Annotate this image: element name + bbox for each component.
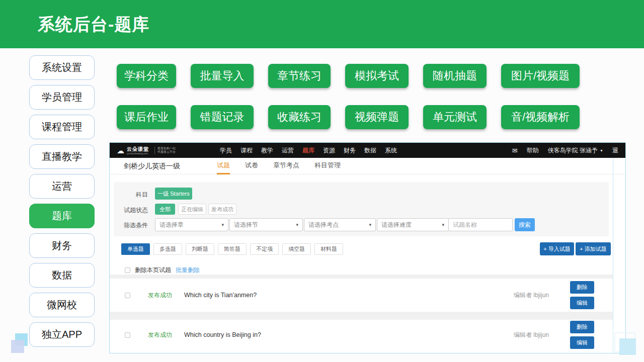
point-select[interactable]: 请选择考点 ▾ — [304, 218, 376, 231]
nav-resources[interactable]: 资源 — [323, 146, 335, 155]
sidebar-item-course-management[interactable]: 课程管理 — [29, 115, 95, 139]
question-row: 发布成功 Which city is Tian'anmen? 编辑者 lbjij… — [110, 279, 613, 312]
status-published-button[interactable]: 发布成功 — [208, 204, 236, 215]
sidebar-item-operations[interactable]: 运营 — [29, 174, 95, 199]
sidebar-item-live-teaching[interactable]: 直播教学 — [29, 144, 95, 169]
chapter-select[interactable]: 请选择章 ▾ — [155, 218, 228, 231]
feature-random-draw[interactable]: 随机抽题 — [423, 64, 487, 88]
row-checkbox[interactable] — [125, 293, 130, 298]
page-header: 系统后台-题库 — [0, 0, 644, 48]
tab-papers[interactable]: 试卷 — [245, 158, 258, 174]
question-row: 发布成功 Which country is Beijing in? 编辑者 lb… — [110, 320, 613, 350]
admin-nav-menu: 学员 课程 教学 运营 题库 资源 财务 数据 系统 — [220, 146, 397, 155]
delete-button[interactable]: 删除 — [570, 321, 594, 333]
status-all-button[interactable]: 全部 — [155, 204, 175, 215]
search-button[interactable]: 搜索 — [515, 218, 535, 231]
sidebar-item-question-bank[interactable]: 题库 — [29, 204, 95, 228]
logout-link[interactable]: 退 — [612, 146, 618, 155]
batch-delete-link[interactable]: 批量删除 — [176, 266, 200, 275]
feature-batch-import[interactable]: 批量导入 — [191, 64, 254, 88]
type-single-choice[interactable]: 单选题 — [121, 243, 150, 255]
type-indefinite[interactable]: 不定项 — [250, 243, 279, 255]
account-menu[interactable]: 侠客岛学院 张涵予 ▼ — [548, 146, 603, 155]
difficulty-select[interactable]: 请选择难度 ▾ — [377, 218, 449, 231]
nav-students[interactable]: 学员 — [220, 146, 232, 155]
feature-favorite-practice[interactable]: 收藏练习 — [268, 105, 331, 129]
account-name: 侠客岛学院 张涵予 — [548, 146, 598, 155]
condition-label: 筛选条件 — [114, 221, 148, 230]
type-material[interactable]: 材料题 — [314, 243, 343, 255]
point-select-value: 请选择考点 — [308, 221, 339, 229]
cloud-icon: ☁ — [117, 147, 124, 154]
sidebar-item-data[interactable]: 数据 — [29, 263, 95, 288]
chevron-down-icon: ▾ — [369, 222, 371, 227]
status-badge: 发布成功 — [148, 331, 172, 339]
feature-audio-video-analysis[interactable]: 音/视频解析 — [501, 105, 580, 129]
nav-finance[interactable]: 财务 — [344, 146, 356, 155]
feature-subject-classification[interactable]: 学科分类 — [117, 64, 176, 88]
feature-button-row-1: 学科分类 批量导入 章节练习 模拟考试 随机抽题 图片/视频题 — [117, 64, 580, 88]
sidebar-item-micro-school[interactable]: 微网校 — [29, 293, 95, 317]
sidebar-item-system-settings[interactable]: 系统设置 — [29, 55, 95, 80]
panel-divider — [613, 158, 613, 353]
feature-chapter-practice[interactable]: 章节练习 — [268, 64, 331, 88]
feature-wrong-question-record[interactable]: 错题记录 — [191, 105, 254, 129]
admin-nav-right: ✉ 帮助 侠客岛学院 张涵予 ▼ 退 — [512, 146, 618, 155]
type-true-false[interactable]: 判断题 — [186, 243, 214, 255]
decorative-square — [619, 338, 636, 355]
logo: ☁ 云朵课堂 yunduoketang.com 教育机构一站 式服务云平台 — [117, 146, 176, 155]
nav-courses[interactable]: 课程 — [240, 146, 253, 155]
import-questions-button[interactable]: + 导入试题 — [540, 242, 574, 255]
status-editing-button[interactable]: 正在编辑 — [178, 204, 206, 215]
editor-label: 编辑者 lbjijun — [514, 331, 549, 339]
row-actions: 删除 编辑 — [570, 321, 594, 349]
nav-teaching[interactable]: 教学 — [261, 146, 273, 155]
question-text: Which country is Beijing in? — [184, 331, 261, 338]
tab-questions[interactable]: 试题 — [217, 158, 230, 174]
tab-subject-management[interactable]: 科目管理 — [314, 158, 341, 174]
delete-bar: 删除本页试题 批量删除 — [125, 266, 200, 275]
edit-button[interactable]: 编辑 — [570, 336, 594, 349]
filter-panel: 科目 一级 Starters 试题状态 全部 正在编辑 发布成功 筛选条件 请选… — [114, 182, 609, 236]
sidebar-item-standalone-app[interactable]: 独立APP — [29, 322, 95, 347]
nav-system[interactable]: 系统 — [385, 146, 397, 155]
type-fill-blank[interactable]: 填空题 — [282, 243, 311, 255]
admin-navbar: ☁ 云朵课堂 yunduoketang.com 教育机构一站 式服务云平台 学员… — [110, 143, 625, 158]
nav-operations[interactable]: 运营 — [282, 146, 294, 155]
question-text: Which city is Tian'anmen? — [184, 292, 257, 299]
tab-chapter-points[interactable]: 章节考点 — [273, 158, 299, 174]
page-title: 系统后台-题库 — [38, 0, 644, 48]
help-link[interactable]: 帮助 — [527, 146, 539, 155]
nav-data[interactable]: 数据 — [364, 146, 376, 155]
type-multiple-choice[interactable]: 多选题 — [153, 243, 182, 255]
section-select[interactable]: 请选择节 ▾ — [229, 218, 303, 231]
feature-video-popup-question[interactable]: 视频弹题 — [345, 105, 409, 129]
section-select-value: 请选择节 — [234, 221, 258, 229]
chevron-down-icon: ▾ — [221, 222, 224, 227]
type-short-answer[interactable]: 简答题 — [218, 243, 247, 255]
row-checkbox[interactable] — [125, 332, 130, 338]
edit-button[interactable]: 编辑 — [570, 297, 594, 309]
feature-homework[interactable]: 课后作业 — [117, 105, 176, 129]
subnav-tabs: 试题 试卷 章节考点 科目管理 — [217, 158, 341, 174]
logo-tagline: 教育机构一站 式服务云平台 — [154, 147, 176, 154]
question-type-tabs: 单选题 多选题 判断题 简答题 不定项 填空题 材料题 — [121, 243, 343, 255]
envelope-icon[interactable]: ✉ — [512, 147, 518, 154]
add-question-button[interactable]: + 添加试题 — [576, 242, 611, 255]
difficulty-select-value: 请选择难度 — [381, 221, 412, 229]
delete-page-label: 删除本页试题 — [135, 266, 171, 275]
editor-label: 编辑者 lbjijun — [514, 291, 549, 300]
sidebar-item-finance[interactable]: 财务 — [29, 233, 95, 258]
chevron-down-icon: ▾ — [296, 222, 298, 227]
logo-text: 云朵课堂 — [127, 146, 149, 152]
subject-label: 科目 — [114, 191, 148, 199]
select-all-checkbox[interactable] — [125, 267, 130, 273]
delete-button[interactable]: 删除 — [570, 281, 594, 294]
subject-value-button[interactable]: 一级 Starters — [155, 188, 192, 200]
feature-mock-exam[interactable]: 模拟考试 — [345, 64, 409, 88]
feature-unit-test[interactable]: 单元测试 — [423, 105, 487, 129]
nav-question-bank[interactable]: 题库 — [302, 146, 314, 155]
question-name-input[interactable] — [448, 218, 513, 231]
feature-image-video-question[interactable]: 图片/视频题 — [501, 64, 580, 88]
sidebar-item-student-management[interactable]: 学员管理 — [29, 85, 95, 110]
